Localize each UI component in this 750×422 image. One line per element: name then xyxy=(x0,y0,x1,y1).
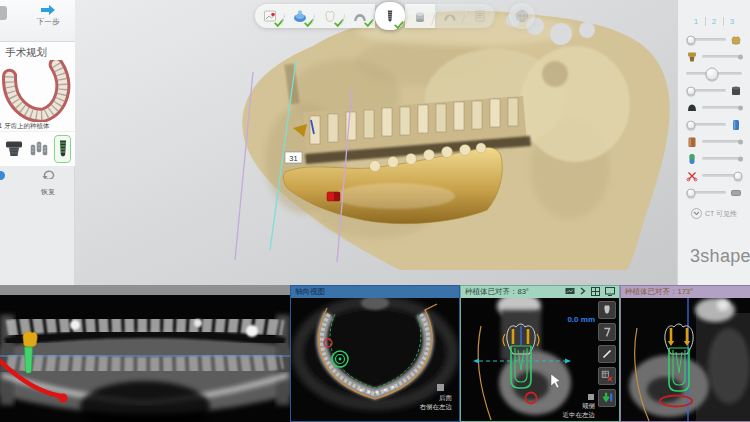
monitor-icon[interactable] xyxy=(605,287,615,298)
panel-tabs: 1 2 3 xyxy=(678,17,750,26)
skull-3d-render[interactable]: 31 xyxy=(225,4,685,272)
implant-marker[interactable] xyxy=(327,192,340,201)
slider-knob[interactable] xyxy=(733,171,742,180)
slider-scan-sphere[interactable] xyxy=(678,65,750,82)
restore-button[interactable]: 恢复 xyxy=(28,169,68,198)
grid-layout-icon[interactable] xyxy=(591,287,600,298)
chevron-right-icon[interactable] xyxy=(580,287,586,297)
step-extra[interactable] xyxy=(509,3,535,29)
step-guide-design[interactable] xyxy=(435,4,465,28)
cylinder-dark-icon xyxy=(730,85,742,97)
copper-cylinder-icon xyxy=(686,136,698,148)
tooth-number-label: 31 xyxy=(285,152,302,163)
slider-track[interactable] xyxy=(702,174,742,177)
slider-cut[interactable] xyxy=(678,167,750,184)
crown-overlay[interactable] xyxy=(23,332,37,348)
step-sleeve[interactable] xyxy=(405,4,435,28)
sidebar-actions: 恢复 xyxy=(0,168,75,196)
slider-track[interactable] xyxy=(702,140,742,143)
export-down-button[interactable] xyxy=(598,389,616,407)
slider-copper[interactable] xyxy=(678,133,750,150)
tab-3[interactable]: 3 xyxy=(724,17,741,26)
cap-dark-icon xyxy=(686,102,698,114)
implant-kit-icon xyxy=(29,140,49,158)
slider-track[interactable] xyxy=(686,123,726,126)
next-step-label: 下一步 xyxy=(26,17,70,27)
workflow-toolbar xyxy=(255,2,535,30)
tab-2[interactable]: 2 xyxy=(706,17,723,26)
cross-section-view-1[interactable]: 种植体已对齐：83° xyxy=(460,285,620,422)
panoramic-view[interactable] xyxy=(0,285,290,422)
slider-knob[interactable] xyxy=(686,188,695,197)
tool-7-button[interactable] xyxy=(598,323,616,341)
panoramic-xray[interactable] xyxy=(0,295,290,422)
partial-action-button[interactable] xyxy=(0,171,8,191)
undo-icon xyxy=(42,169,55,179)
brand-logo: 3shape xyxy=(690,246,750,267)
ct-visibility-toggle[interactable]: CT 可见性 xyxy=(678,208,750,219)
surgical-plan-card: 手术规划 31 牙齿上的种植体 xyxy=(0,42,75,166)
step-alignment[interactable] xyxy=(345,4,375,28)
slider-blue-implant[interactable] xyxy=(678,116,750,133)
slider-track[interactable] xyxy=(686,72,742,75)
slider-track[interactable] xyxy=(702,55,742,58)
slider-end-dot xyxy=(738,139,743,144)
tab-1[interactable]: 1 xyxy=(688,17,705,26)
slider-track[interactable] xyxy=(686,38,726,41)
action-icon xyxy=(0,171,5,180)
slider-knob[interactable] xyxy=(686,120,695,129)
axial-header: 轴向视图 xyxy=(291,286,459,298)
slider-capsule[interactable] xyxy=(678,150,750,167)
implant-overlay[interactable] xyxy=(25,347,33,373)
globe-icon xyxy=(514,8,530,24)
abutment-item[interactable] xyxy=(4,135,24,163)
slider-track[interactable] xyxy=(702,157,742,160)
orientation-label: 后面 xyxy=(439,394,453,402)
axial-slice[interactable]: 后面 右侧在左边 xyxy=(291,298,459,421)
cross1-slice[interactable]: 0.0 mm 颊侧 近中在左边 xyxy=(461,298,619,421)
implant-kit-item[interactable] xyxy=(29,135,49,163)
step-crown-design[interactable] xyxy=(315,4,345,28)
cross-section-view-2[interactable]: 种植体已对齐：173° xyxy=(620,285,750,422)
slider-implant[interactable] xyxy=(678,184,750,201)
report-icon xyxy=(472,8,488,24)
axial-title: 轴向视图 xyxy=(295,287,325,297)
slider-track[interactable] xyxy=(686,191,726,194)
slider-end-dot xyxy=(738,105,743,110)
top-area: 31 3shape 下一步 xyxy=(0,0,750,285)
slider-abutment[interactable] xyxy=(678,48,750,65)
tool-icon xyxy=(0,6,7,20)
delete-measure-button[interactable] xyxy=(598,367,616,385)
slider-track[interactable] xyxy=(702,106,742,109)
restore-label: 恢复 xyxy=(41,188,55,195)
slider-knob[interactable] xyxy=(705,67,718,80)
3d-viewport[interactable]: 31 xyxy=(75,0,677,285)
crown-tool-button[interactable] xyxy=(598,301,616,319)
step-implant-plan[interactable] xyxy=(375,2,405,30)
step-surface-scan[interactable] xyxy=(285,4,315,28)
step-report[interactable] xyxy=(465,4,495,28)
slider-knob[interactable] xyxy=(686,86,695,95)
implant-parts-row xyxy=(0,131,75,165)
jaw-preview-image[interactable] xyxy=(0,60,75,122)
axial-view[interactable]: 轴向视图 后面 右侧在左边 xyxy=(290,285,460,422)
selected-implant-item[interactable] xyxy=(54,135,71,163)
next-step-button[interactable]: 下一步 xyxy=(26,5,70,27)
step-scan-import[interactable] xyxy=(255,4,285,28)
image-icon[interactable] xyxy=(565,287,575,297)
slider-knob[interactable] xyxy=(686,35,695,44)
measure-pen-button[interactable] xyxy=(598,345,616,363)
slider-track[interactable] xyxy=(686,89,726,92)
orientation-label: 颊侧 xyxy=(582,402,595,410)
cross1-title: 种植体已对齐：83° xyxy=(465,287,529,297)
slider-cylinder[interactable] xyxy=(678,82,750,99)
partial-toolbar-button[interactable] xyxy=(0,6,9,30)
slider-cap[interactable] xyxy=(678,99,750,116)
slider-crown[interactable] xyxy=(678,31,750,48)
next-arrow-icon xyxy=(41,5,55,15)
orientation-label: 近中在左边 xyxy=(563,411,596,418)
cross1-toolbar xyxy=(598,301,618,411)
sleeve-icon xyxy=(412,8,428,24)
implant-gray-icon xyxy=(730,187,742,199)
cross2-slice[interactable] xyxy=(621,298,750,421)
